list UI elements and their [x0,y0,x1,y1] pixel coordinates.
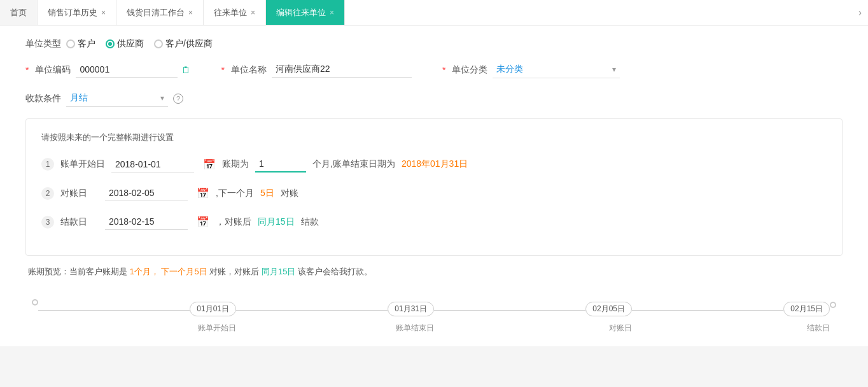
timeline-line1: 01月01日 [38,302,236,319]
timeline-line3: 02月05日 [434,302,632,319]
unit-type-row: 单位类型 客户 供应商 客户/供应商 [25,38,843,50]
step-1-period-input[interactable] [255,156,306,172]
copy-icon[interactable]: 🗒 [181,65,190,75]
preview-part4: 同月15日 [262,267,295,276]
step-2-row: 2 对账日 📅 ,下一个月 5日 对账 [41,185,827,201]
radio-supplier-circle [106,39,115,48]
timeline-node-4: 02月15日 [783,302,830,319]
timeline-line4: 02月15日 [632,302,830,319]
step-3-num: 3 [41,216,54,229]
step-2-suffix1: ,下一个月 [216,188,254,199]
unit-code-label: 单位编码 [35,64,71,76]
timeline-node-1-label: 账单开始日 [198,323,236,334]
timeline-node-4-badge: 02月15日 [783,302,830,316]
step-3-calendar-icon[interactable]: 📅 [197,216,209,228]
unit-type-label: 单位类型 [25,38,61,50]
timeline-node-2-label: 账单结束日 [396,323,434,334]
tab-edit-partner-label: 编辑往来单位 [276,7,326,18]
tab-home-label: 首页 [10,7,27,18]
main-content: 单位类型 客户 供应商 客户/供应商 * 单位编码 🗒 * 单位名称 * [0,25,868,346]
timeline-node-2: 01月31日 [388,302,434,319]
tab-edit-partner[interactable]: 编辑往来单位 × [266,0,345,25]
radio-customer-supplier[interactable]: 客户/供应商 [154,38,213,50]
step-2-calendar-icon[interactable]: 📅 [197,187,209,199]
radio-customer[interactable]: 客户 [66,38,95,50]
preview-text: 账期预览：当前客户账期是 1个月， 下一个月5日 对账，对账后 同月15日 该客… [25,266,843,278]
radio-customer-supplier-label: 客户/供应商 [165,38,213,50]
radio-supplier-label: 供应商 [117,38,144,50]
step-2-highlight-day: 5日 [260,188,274,199]
step-2-label: 对账日 [60,188,99,199]
timeline-seg4: 02月15日 结款日 [632,293,830,334]
tab-partner-units[interactable]: 往来单位 × [204,0,266,25]
unit-classification-dropdown[interactable]: 未分类 ▾ [493,61,620,78]
tab-cash-work-label: 钱货日清工作台 [127,7,185,18]
timeline-right-dot [830,293,836,308]
step-3-row: 3 结款日 📅 ，对账后 同月15日 结款 [41,214,827,230]
preview-label: 账期预览：当前客户账期是 [28,267,127,276]
timeline-container: 01月01日 账单开始日 01月31日 账单结束日 [25,293,843,334]
tab-bar: 首页 销售订单历史 × 钱货日清工作台 × 往来单位 × 编辑往来单位 × › [0,0,868,25]
timeline-node-1: 01月01日 [190,302,236,319]
step-1-suffix1: 账期为 [222,158,249,170]
step-3-date-input[interactable] [105,214,188,230]
tab-nav-right-button[interactable]: › [852,0,868,25]
timeline-node-2-badge: 01月31日 [388,302,434,316]
step-2-date-input[interactable] [105,185,188,201]
unit-name-label: 单位名称 [231,64,267,76]
tab-partner-units-label: 往来单位 [214,7,247,18]
timeline-node-1-badge: 01月01日 [190,302,236,316]
unit-code-required: * [25,65,29,75]
timeline-seg2: 01月31日 账单结束日 [236,293,434,334]
payment-terms-label: 收款条件 [25,93,61,104]
payment-terms-chevron: ▾ [160,94,164,102]
section-title: 请按照未来的一个完整帐期进行设置 [41,132,827,143]
step-1-suffix2: 个月,账单结束日期为 [312,158,395,170]
unit-classification-chevron: ▾ [612,65,616,74]
preview-part3: 对账，对账后 [209,267,259,276]
timeline-line3-line [434,310,585,311]
tab-home[interactable]: 首页 [0,0,38,25]
timeline-end-dot [830,302,836,308]
tab-sales-history-close[interactable]: × [101,8,106,17]
timeline-node-1-label-area: 账单开始日 [38,319,236,334]
payment-terms-help[interactable]: ? [173,94,183,104]
preview-part2: 下一个月5日 [161,267,207,276]
radio-customer-circle [66,39,75,48]
timeline-node-3: 02月05日 [585,302,632,319]
step-1-calendar-icon[interactable]: 📅 [203,158,216,171]
timeline-node-3-badge: 02月05日 [585,302,632,316]
timeline-seg1: 01月01日 账单开始日 [38,293,236,334]
timeline-line2: 01月31日 [236,302,434,319]
step-2-suffix2: 对账 [281,188,298,199]
payment-terms-row: 收款条件 月结 ▾ ? [25,90,843,107]
tab-partner-units-close[interactable]: × [251,8,255,17]
radio-customer-supplier-circle [154,39,163,48]
timeline-node-4-label: 结款日 [807,323,830,334]
step-3-highlight-day: 同月15日 [258,216,295,228]
timeline-node-3-label-area: 对账日 [434,319,632,334]
payment-terms-dropdown[interactable]: 月结 ▾ [66,90,168,107]
tab-sales-history[interactable]: 销售订单历史 × [38,0,116,25]
timeline-node-2-label-area: 账单结束日 [236,319,434,334]
unit-name-required: * [221,65,224,75]
step-2-num: 2 [41,187,54,200]
step-3-label: 结款日 [60,216,99,228]
step-1-date-input[interactable] [111,157,194,172]
unit-code-input[interactable] [76,62,178,78]
timeline-node-3-label: 对账日 [609,323,632,334]
step-1-end-date: 2018年01月31日 [402,158,468,170]
step-1-row: 1 账单开始日 📅 账期为 个月,账单结束日期为 2018年01月31日 [41,156,827,172]
tab-edit-partner-close[interactable]: × [330,8,334,17]
step-1-label: 账单开始日 [60,158,105,170]
timeline-line2-line [236,310,388,311]
step-3-suffix2: 结款 [301,216,319,228]
unit-code-area: 🗒 [76,62,190,78]
unit-classification-value: 未分类 [496,64,523,75]
radio-supplier[interactable]: 供应商 [106,38,144,50]
unit-name-input[interactable] [272,62,412,78]
timeline-line1-line [38,310,190,311]
tab-cash-work[interactable]: 钱货日清工作台 × [116,0,204,25]
tab-sales-history-label: 销售订单历史 [48,7,97,18]
tab-cash-work-close[interactable]: × [188,8,193,17]
